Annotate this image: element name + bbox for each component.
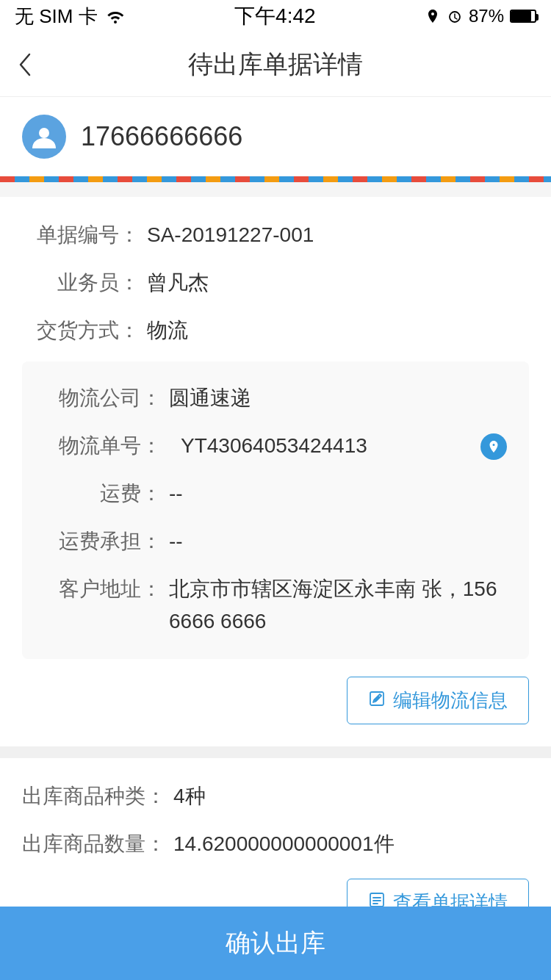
delivery-value: 物流 (140, 314, 529, 347)
svg-rect-3 (370, 893, 383, 907)
goods-quantity-value: 14.620000000000001件 (166, 828, 529, 861)
freight-bearer-value: -- (162, 525, 507, 558)
edit-logistics-button[interactable]: 编辑物流信息 (347, 677, 529, 724)
logistics-tracking-row: 物流单号： YT43064053424413 (44, 430, 507, 463)
logistics-company-value: 圆通速递 (162, 382, 507, 415)
location-status-icon (425, 8, 441, 24)
confirm-button-label: 确认出库 (226, 926, 325, 960)
battery-text: 87% (469, 6, 504, 26)
svg-point-1 (39, 128, 49, 138)
carrier-text: 无 SIM 卡 (15, 4, 98, 29)
order-number-label: 单据编号： (22, 219, 140, 252)
address-value: 北京市市辖区海淀区永丰南 张，156 6666 6666 (162, 573, 507, 639)
goods-types-label: 出库商品种类： (22, 780, 166, 813)
freight-label: 运费： (44, 478, 162, 511)
freight-row: 运费： -- (44, 478, 507, 511)
status-time: 下午4:42 (234, 2, 316, 30)
edit-logistics-label: 编辑物流信息 (393, 688, 508, 713)
confirm-bar[interactable]: 确认出库 (0, 907, 551, 980)
goods-quantity-label: 出库商品数量： (22, 828, 166, 861)
status-bar: 无 SIM 卡 下午4:42 87% (0, 0, 551, 32)
freight-bearer-row: 运费承担： -- (44, 525, 507, 558)
delivery-row: 交货方式： 物流 (22, 314, 529, 347)
battery-icon (510, 10, 536, 23)
alarm-icon (447, 8, 463, 24)
sales-person-row: 业务员： 曾凡杰 (22, 267, 529, 300)
edit-icon (368, 690, 386, 712)
order-info-section: 单据编号： SA-20191227-001 业务员： 曾凡杰 交货方式： 物流 … (0, 197, 551, 746)
sales-person-value: 曾凡杰 (140, 267, 529, 300)
wifi-icon (105, 9, 126, 24)
status-left: 无 SIM 卡 (15, 4, 126, 29)
nav-bar: 待出库单据详情 (0, 32, 551, 97)
goods-types-row: 出库商品种类： 4种 (22, 780, 529, 813)
order-number-value: SA-20191227-001 (140, 219, 529, 252)
order-number-row: 单据编号： SA-20191227-001 (22, 219, 529, 252)
logistics-card: 物流公司： 圆通速递 物流单号： YT43064053424413 运费： --… (22, 361, 529, 659)
logistics-company-label: 物流公司： (44, 382, 162, 415)
back-button[interactable] (18, 51, 32, 78)
track-location-icon[interactable] (480, 433, 507, 460)
status-right: 87% (425, 6, 536, 26)
gray-separator-1 (0, 746, 551, 758)
logistics-tracking-label: 物流单号： (44, 430, 162, 463)
avatar (22, 115, 66, 159)
delivery-label: 交货方式： (22, 314, 140, 347)
freight-value: -- (162, 478, 507, 511)
edit-logistics-row: 编辑物流信息 (22, 677, 529, 724)
logistics-company-row: 物流公司： 圆通速递 (44, 382, 507, 415)
dashed-divider (0, 176, 551, 182)
page-title: 待出库单据详情 (188, 48, 363, 82)
address-row: 客户地址： 北京市市辖区海淀区永丰南 张，156 6666 6666 (44, 573, 507, 639)
logistics-tracking-value: YT43064053424413 (173, 430, 469, 463)
freight-bearer-label: 运费承担： (44, 525, 162, 558)
user-phone: 17666666666 (81, 121, 242, 152)
address-label: 客户地址： (44, 573, 162, 606)
goods-quantity-row: 出库商品数量： 14.620000000000001件 (22, 828, 529, 861)
goods-types-value: 4种 (166, 780, 529, 813)
user-header: 17666666666 (0, 97, 551, 176)
sales-person-label: 业务员： (22, 267, 140, 300)
